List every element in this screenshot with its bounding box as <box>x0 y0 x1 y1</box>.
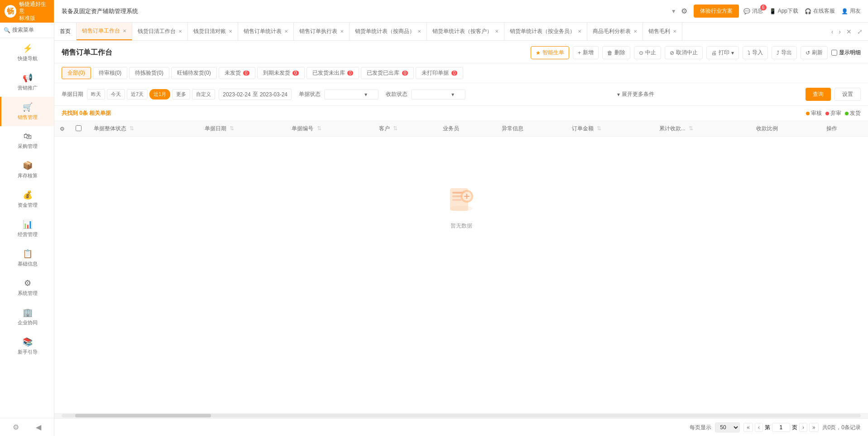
filter-tab-wangpu-ship[interactable]: 旺铺待发货(0) <box>171 67 217 79</box>
filter-tab-shipped-not-out[interactable]: 已发货未出库 0 <box>307 67 360 79</box>
show-detail-checkbox[interactable]: 显示明细 <box>831 49 861 57</box>
tab-sales-salesman[interactable]: 销货单统计表（按业务员） ✕ <box>504 23 587 40</box>
scroll-thumb[interactable] <box>75 414 211 417</box>
tab-sales-stats[interactable]: 销售订单统计表 ✕ <box>238 23 294 40</box>
sidebar-item-inventory[interactable]: 📦 库存核算 <box>0 155 54 185</box>
refresh-btn[interactable]: ↺ 刷新 <box>801 46 828 59</box>
filter-tab-not-shipped[interactable]: 未发货 0 <box>219 67 255 79</box>
next-page-btn[interactable]: › <box>799 423 807 432</box>
prev-page-btn[interactable]: ‹ <box>755 423 763 432</box>
delete-btn[interactable]: 🗑 删除 <box>602 46 630 59</box>
page-title: 销售订单工作台 <box>62 48 112 57</box>
query-btn[interactable]: 查询 <box>806 88 831 101</box>
expand-conditions-btn[interactable]: ▾ 展开更多条件 <box>617 90 654 98</box>
export-btn[interactable]: ⤴ 导出 <box>772 46 797 59</box>
col-number[interactable]: 单据编号 ⇅ <box>286 121 374 137</box>
tab-expand-icon[interactable]: ⤢ <box>855 27 864 36</box>
date-range-input[interactable]: 2023-02-24 至 2023-03-24 <box>219 89 292 100</box>
settings-icon[interactable]: ⚙ <box>13 423 19 431</box>
col-customer[interactable]: 客户 ⇅ <box>374 121 437 137</box>
close-tab-icon[interactable]: ✕ <box>673 29 676 34</box>
close-tab-icon[interactable]: ✕ <box>178 29 182 34</box>
tab-cash-reconcile[interactable]: 钱货日清对账 ✕ <box>188 23 238 40</box>
cancel-pause-btn[interactable]: ⊘ 取消中止 <box>665 46 703 59</box>
select-all-checkbox[interactable] <box>76 125 82 131</box>
close-tab-icon[interactable]: ✕ <box>417 29 421 34</box>
date-btn-7days[interactable]: 近7天 <box>127 89 148 100</box>
close-tab-icon[interactable]: ✕ <box>123 28 126 33</box>
date-btn-today[interactable]: 今天 <box>107 89 125 100</box>
table-scroll[interactable]: ⚙ 单据整体状态 ⇅ 单据日期 ⇅ <box>54 121 868 413</box>
horizontal-scrollbar[interactable] <box>54 413 868 418</box>
filter-tab-pending-inspect[interactable]: 待拣验货(0) <box>129 67 169 79</box>
sidebar-item-basic-info[interactable]: 📋 基础信息 <box>0 243 54 273</box>
col-order-amount[interactable]: 订单金额 ⇅ <box>566 121 654 137</box>
sidebar-item-enterprise[interactable]: 🏢 企业协同 <box>0 302 54 332</box>
tab-sales-margin[interactable]: 销售毛利 ✕ <box>643 23 682 40</box>
setting-btn[interactable]: 设置 <box>834 88 861 101</box>
col-date[interactable]: 单据日期 ⇅ <box>199 121 287 137</box>
tab-close-all-icon[interactable]: ✕ <box>844 27 854 36</box>
close-tab-icon[interactable]: ✕ <box>284 29 288 34</box>
sidebar-item-operations[interactable]: 📊 经营管理 <box>0 214 54 243</box>
filter-tab-not-printed[interactable]: 未打印单据 0 <box>416 67 463 79</box>
table-settings-col[interactable]: ⚙ <box>54 121 70 137</box>
close-tab-icon[interactable]: ✕ <box>229 29 232 34</box>
date-btn-yesterday[interactable]: 昨天 <box>87 89 105 100</box>
filter-tab-all[interactable]: 全部(0) <box>62 67 91 79</box>
sidebar-item-finance[interactable]: 💰 资金管理 <box>0 185 54 214</box>
date-btn-custom[interactable]: 自定义 <box>192 89 215 100</box>
date-btn-more[interactable]: 更多 <box>172 89 190 100</box>
tab-next-icon[interactable]: › <box>837 27 843 36</box>
review-action-btn[interactable]: 审核 <box>806 109 822 117</box>
app-download-btn[interactable]: 📱 App下载 <box>769 7 798 15</box>
search-menu[interactable]: 🔍 搜索菜单 <box>0 23 54 38</box>
tab-margin-analysis[interactable]: 商品毛利分析表 ✕ <box>587 23 643 40</box>
smart-generate-btn[interactable]: ★ 智能生单 <box>531 46 569 59</box>
pause-icon: ⊙ <box>639 50 643 56</box>
ship-action-btn[interactable]: 发货 <box>845 109 861 117</box>
tab-prev-icon[interactable]: ‹ <box>830 27 835 36</box>
col-overall-status[interactable]: 单据整体状态 ⇅ <box>88 121 199 137</box>
tab-sales-goods[interactable]: 销货单统计表（按商品） ✕ <box>350 23 427 40</box>
page-input[interactable] <box>772 423 790 432</box>
print-btn[interactable]: 🖨 打印 ▾ <box>706 46 739 59</box>
pause-btn[interactable]: ⊙ 中止 <box>634 46 661 59</box>
close-tab-icon[interactable]: ✕ <box>578 29 581 34</box>
filter-tab-overdue-ship[interactable]: 到期未发货 0 <box>257 67 305 79</box>
last-page-btn[interactable]: » <box>809 423 819 432</box>
close-tab-icon[interactable]: ✕ <box>340 29 344 34</box>
tab-sales-customer[interactable]: 销货单统计表（按客户） ✕ <box>427 23 504 40</box>
filter-tab-shipped-out[interactable]: 已发货已出库 0 <box>361 67 414 79</box>
date-btn-1month[interactable]: 近1月 <box>149 89 170 100</box>
message-btn[interactable]: 💬 6 消息 <box>743 7 763 15</box>
cancel-review-action-btn[interactable]: 弃审 <box>825 109 841 117</box>
sidebar-item-marketing[interactable]: 📢 营销推广 <box>0 67 54 97</box>
per-page-select[interactable]: 50 20 100 <box>715 422 740 432</box>
tab-home[interactable]: 首页 <box>54 23 77 40</box>
filter-tab-pending-review[interactable]: 待审核(0) <box>93 67 128 79</box>
tab-sales-exec[interactable]: 销售订单执行表 ✕ <box>294 23 350 40</box>
import-btn[interactable]: ⤵ 导入 <box>743 46 768 59</box>
topbar-settings-icon[interactable]: ⚙ <box>681 7 687 15</box>
sidebar-item-system[interactable]: ⚙ 系统管理 <box>0 273 54 302</box>
table-checkbox-col[interactable] <box>70 121 88 137</box>
user-btn[interactable]: 👤 用友 <box>841 7 861 15</box>
collapse-icon[interactable]: ◀ <box>36 423 41 431</box>
tab-cash-daily[interactable]: 钱货日清工作台 ✕ <box>132 23 188 40</box>
sidebar-item-guide[interactable]: 📚 新手引导 <box>0 332 54 361</box>
close-tab-icon[interactable]: ✕ <box>495 29 499 34</box>
status-select[interactable]: ▾ <box>324 90 379 100</box>
tab-sales-order[interactable]: 销售订单工作台 ✕ <box>77 23 132 40</box>
first-page-btn[interactable]: « <box>743 423 753 432</box>
sidebar-item-sales[interactable]: 🛒 销售管理 <box>0 97 54 126</box>
sidebar-item-quick-nav[interactable]: ⚡ 快捷导航 <box>0 38 54 67</box>
col-total-payment[interactable]: 累计收款... ⇅ <box>654 121 751 137</box>
payment-select[interactable]: ▾ <box>411 90 465 100</box>
sidebar-item-purchase[interactable]: 🛍 采购管理 <box>0 126 54 155</box>
trial-btn[interactable]: 体验行业方案 <box>694 5 739 18</box>
online-service-btn[interactable]: 🎧 在线客服 <box>805 7 835 15</box>
show-detail-input[interactable] <box>831 50 837 56</box>
close-tab-icon[interactable]: ✕ <box>633 29 637 34</box>
add-btn[interactable]: + 新增 <box>573 46 599 59</box>
